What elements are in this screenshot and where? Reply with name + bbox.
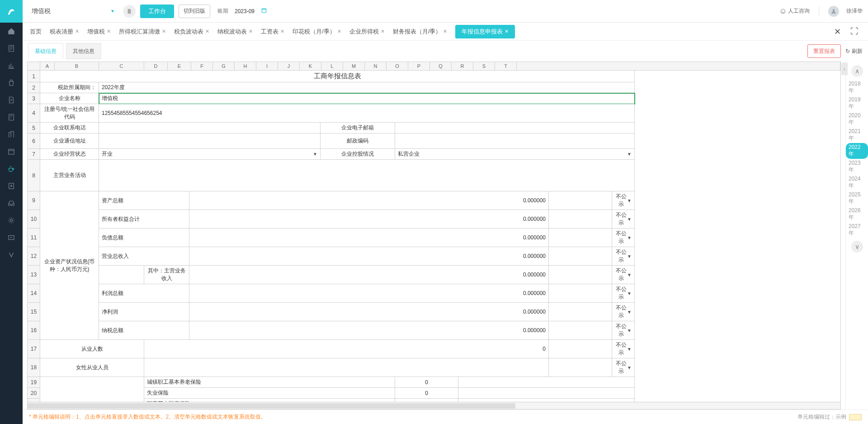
fullscreen-icon[interactable]: ⛶ bbox=[848, 25, 861, 38]
select-holding[interactable]: 私营企业▼ bbox=[395, 149, 635, 160]
nav-chart-icon[interactable] bbox=[0, 57, 23, 74]
value-insurance[interactable]: 0 bbox=[395, 388, 458, 399]
period-value[interactable]: 2023-09 bbox=[235, 8, 255, 14]
switch-company-icon[interactable] bbox=[123, 5, 136, 18]
customer-service-link[interactable]: 人工咨询 bbox=[780, 7, 810, 15]
app-logo[interactable] bbox=[0, 0, 23, 23]
tab-close-icon[interactable]: ✕ bbox=[280, 29, 284, 34]
col-header[interactable]: P bbox=[408, 62, 430, 70]
select-publish[interactable]: 不公示▼ bbox=[612, 229, 635, 247]
row-number[interactable]: 11 bbox=[28, 229, 40, 247]
year-item[interactable]: 2027年 bbox=[846, 222, 868, 238]
select-publish[interactable]: 不公示▼ bbox=[612, 340, 635, 358]
year-rail-collapse-icon[interactable]: ‹ bbox=[841, 62, 848, 75]
value-employees[interactable]: 0 bbox=[144, 340, 549, 358]
year-item[interactable]: 2023年 bbox=[846, 159, 868, 175]
col-header[interactable]: G bbox=[213, 62, 235, 70]
row-number[interactable]: 1 bbox=[28, 71, 40, 82]
col-header[interactable]: M bbox=[343, 62, 365, 70]
nav-inbox-icon[interactable] bbox=[0, 195, 23, 212]
nav-cup-icon[interactable] bbox=[0, 160, 23, 177]
value-reg-code[interactable]: 12554585554554656254 bbox=[99, 104, 635, 123]
input-main-biz[interactable] bbox=[99, 160, 635, 191]
year-item[interactable]: 2021年 bbox=[846, 127, 868, 143]
value-insurance[interactable]: 0 bbox=[395, 377, 458, 388]
select-publish[interactable]: 不公示▼ bbox=[612, 321, 635, 340]
year-item[interactable]: 2026年 bbox=[846, 206, 868, 222]
row-number[interactable]: 19 bbox=[28, 377, 40, 388]
main-tab[interactable]: 增值税✕ bbox=[87, 23, 111, 40]
col-header[interactable]: E bbox=[168, 62, 191, 70]
row-number[interactable]: 16 bbox=[28, 321, 40, 340]
row-number[interactable]: 10 bbox=[28, 210, 40, 229]
row-number[interactable]: 21 bbox=[28, 399, 40, 402]
user-name[interactable]: 徐泽华 bbox=[846, 7, 863, 15]
tab-close-icon[interactable]: ✕ bbox=[381, 29, 385, 34]
row-number[interactable]: 5 bbox=[28, 123, 40, 133]
nav-building-icon[interactable] bbox=[0, 126, 23, 143]
input-address[interactable] bbox=[99, 133, 321, 149]
select-publish[interactable]: 不公示▼ bbox=[612, 303, 635, 321]
nav-v-icon[interactable] bbox=[0, 246, 23, 263]
tab-close-icon[interactable]: ✕ bbox=[443, 29, 447, 34]
value-female-emp[interactable] bbox=[144, 358, 549, 377]
tab-close-icon[interactable]: ✕ bbox=[205, 29, 209, 34]
select-publish[interactable]: 不公示▼ bbox=[612, 358, 635, 377]
row-number[interactable]: 7 bbox=[28, 149, 40, 160]
col-header[interactable]: C bbox=[99, 62, 144, 70]
row-number[interactable]: 4 bbox=[28, 104, 40, 123]
old-version-button[interactable]: 切到旧版 bbox=[179, 5, 210, 18]
col-header[interactable]: F bbox=[191, 62, 213, 70]
year-item[interactable]: 2019年 bbox=[846, 95, 868, 111]
nav-video-icon[interactable] bbox=[0, 229, 23, 246]
col-header[interactable]: D bbox=[144, 62, 168, 70]
input-email[interactable] bbox=[395, 123, 635, 133]
col-header[interactable]: S bbox=[473, 62, 495, 70]
value-asset[interactable]: 0.000000 bbox=[189, 266, 549, 284]
main-tab[interactable]: 企业所得税✕ bbox=[349, 23, 385, 40]
value-asset[interactable]: 0.000000 bbox=[189, 247, 549, 266]
row-number[interactable]: 15 bbox=[28, 303, 40, 321]
value-asset[interactable]: 0.000000 bbox=[189, 303, 549, 321]
tab-close-icon[interactable]: ✕ bbox=[249, 29, 253, 34]
reset-report-button[interactable]: 重置报表 bbox=[807, 44, 841, 58]
nav-calendar-icon[interactable] bbox=[0, 143, 23, 160]
select-publish[interactable]: 不公示▼ bbox=[612, 191, 635, 210]
nav-calc-icon[interactable] bbox=[0, 109, 23, 126]
nav-doc-icon[interactable] bbox=[0, 91, 23, 109]
col-header[interactable]: J bbox=[278, 62, 300, 70]
tab-close-icon[interactable]: ✕ bbox=[337, 29, 341, 34]
row-number[interactable]: 20 bbox=[28, 388, 40, 399]
company-select[interactable]: 增值税 ▼ bbox=[28, 5, 118, 17]
select-status[interactable]: 开业▼ bbox=[99, 149, 321, 160]
select-publish[interactable]: 不公示▼ bbox=[612, 266, 635, 284]
col-header[interactable]: I bbox=[256, 62, 278, 70]
user-avatar[interactable] bbox=[828, 6, 839, 17]
tab-close-icon[interactable]: ✕ bbox=[75, 29, 79, 34]
input-company-name[interactable]: 增值税 bbox=[99, 93, 635, 104]
col-header[interactable]: T bbox=[495, 62, 517, 70]
corner-cell[interactable] bbox=[28, 62, 40, 70]
row-number[interactable]: 12 bbox=[28, 247, 40, 266]
main-tab[interactable]: 税表清册✕ bbox=[50, 23, 79, 40]
main-tab[interactable]: 所得税汇算清缴✕ bbox=[119, 23, 166, 40]
tab-close-icon[interactable]: ✕ bbox=[107, 29, 111, 34]
subtab-other[interactable]: 其他信息 bbox=[66, 43, 101, 59]
input-phone[interactable] bbox=[99, 123, 321, 133]
col-header[interactable]: N bbox=[365, 62, 387, 70]
year-item[interactable]: 2020年 bbox=[846, 111, 868, 127]
col-header[interactable]: Q bbox=[430, 62, 452, 70]
year-item[interactable]: 2025年 bbox=[846, 191, 868, 206]
value-asset[interactable]: 0.000000 bbox=[189, 191, 549, 210]
year-scroll-down-icon[interactable]: ∨ bbox=[851, 241, 863, 252]
row-number[interactable]: 9 bbox=[28, 191, 40, 210]
col-header[interactable]: O bbox=[387, 62, 408, 70]
nav-home-icon[interactable] bbox=[0, 23, 23, 40]
close-all-tabs-icon[interactable]: ✕ bbox=[831, 25, 844, 38]
main-tab[interactable]: 纳税波动表✕ bbox=[217, 23, 253, 40]
value-insurance[interactable]: 0 bbox=[395, 399, 458, 402]
nav-report-icon[interactable] bbox=[0, 40, 23, 57]
value-asset[interactable]: 0.000000 bbox=[189, 210, 549, 229]
workspace-button[interactable]: 工作台 bbox=[140, 5, 174, 18]
value-asset[interactable]: 0.000000 bbox=[189, 229, 549, 247]
